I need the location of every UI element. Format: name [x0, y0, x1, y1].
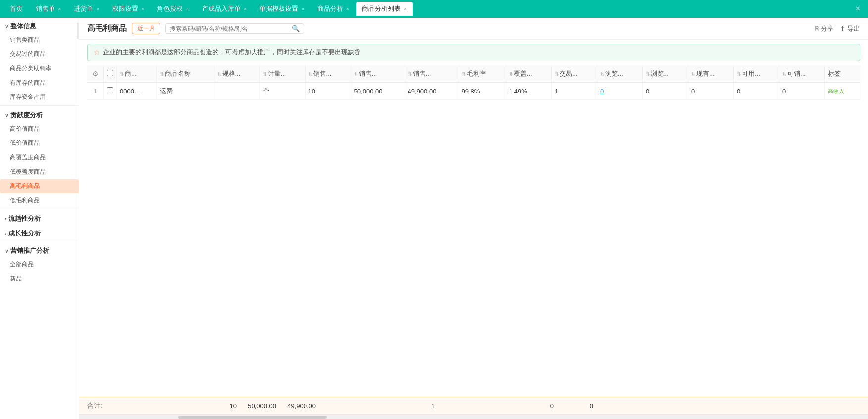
sidebar-item-low-margin[interactable]: 低毛利商品 — [0, 193, 79, 208]
footer-sales2: 50,000.00 — [240, 402, 279, 410]
sidebar-item-category-assist[interactable]: 商品分类助销率 — [0, 61, 79, 76]
close-tab-template[interactable]: × — [301, 6, 304, 12]
sidebar-item-in-stock[interactable]: 有库存的商品 — [0, 76, 79, 90]
col-sales3[interactable]: ⇅销售... — [405, 65, 459, 83]
footer-current: 0 — [517, 402, 557, 410]
footer-transaction: 1 — [398, 402, 438, 410]
footer-cells: 10 50,000.00 49,900.00 1 0 0 — [111, 402, 860, 410]
page-title: 高毛利商品 — [87, 23, 127, 34]
info-banner: ☆ 企业的主要的利润都是这部分商品创造的，可考虑加大推广，同时关注库存是不要出现… — [87, 44, 860, 61]
col-transaction[interactable]: ⇅交易... — [551, 65, 597, 83]
sidebar-group-marketing[interactable]: ∨ 营销推广分析 — [0, 242, 79, 257]
sidebar-item-high-coverage[interactable]: 高覆盖度商品 — [0, 150, 79, 165]
cell-name: 运费 — [157, 83, 214, 100]
scrollbar-thumb[interactable] — [178, 416, 327, 419]
nav-tab-warehouse[interactable]: 产成品入库单 × — [196, 2, 253, 16]
share-button[interactable]: ⎘ 分享 — [815, 24, 834, 33]
cell-sales3: 49,900.00 — [405, 83, 459, 100]
nav-tab-purchase[interactable]: 进货单 × — [68, 2, 105, 16]
col-coverage[interactable]: ⇅覆盖... — [506, 65, 551, 83]
cell-spec — [214, 83, 259, 100]
sidebar-item-low-coverage[interactable]: 低覆盖度商品 — [0, 165, 79, 179]
col-available[interactable]: ⇅可用... — [734, 65, 779, 83]
col-browse1[interactable]: ⇅浏览... — [597, 65, 642, 83]
col-browse2[interactable]: ⇅浏览... — [642, 65, 688, 83]
sidebar-item-new-goods[interactable]: 新品 — [0, 272, 79, 286]
nav-tab-analysis-list[interactable]: 商品分析列表 × — [356, 2, 412, 16]
footer-spacer3 — [358, 402, 398, 410]
cell-coverage: 1.49% — [506, 83, 551, 100]
chevron-down-icon-marketing: ∨ — [5, 248, 8, 254]
sidebar-item-all-goods[interactable]: 全部商品 — [0, 257, 79, 272]
content-header: 高毛利商品 近一月 🔍 ⎘ 分享 ⬆ 导出 — [79, 18, 868, 40]
cell-browse1[interactable]: 0 — [597, 83, 642, 100]
col-current[interactable]: ⇅现有... — [688, 65, 733, 83]
cell-browse2: 0 — [642, 83, 688, 100]
col-sales2[interactable]: ⇅销售... — [351, 65, 405, 83]
sidebar-group-trend[interactable]: › 流趋性分析 — [0, 210, 79, 225]
info-icon: ☆ — [94, 48, 100, 56]
chevron-down-icon: ∨ — [5, 24, 8, 29]
col-code[interactable]: ⇅商... — [117, 65, 157, 83]
filter-recent-month-button[interactable]: 近一月 — [132, 23, 160, 34]
row-checkbox[interactable] — [104, 83, 117, 100]
row-select-checkbox[interactable] — [107, 87, 113, 93]
cell-current: 0 — [688, 83, 733, 100]
close-tab-analysis-list[interactable]: × — [404, 6, 407, 12]
search-icon[interactable]: 🔍 — [292, 25, 300, 32]
sidebar-group-overall[interactable]: ∨ 整体信息 — [0, 18, 79, 33]
close-tab-permissions[interactable]: × — [141, 6, 144, 12]
cell-sales2: 50,000.00 — [351, 83, 405, 100]
header-actions: ⎘ 分享 ⬆ 导出 — [815, 24, 860, 33]
window-close-button[interactable]: × — [852, 4, 864, 13]
sidebar-item-traded-goods[interactable]: 交易过的商品 — [0, 47, 79, 61]
nav-tab-permissions[interactable]: 权限设置 × — [106, 2, 150, 16]
export-icon: ⬆ — [840, 25, 845, 32]
col-settings[interactable]: ⚙ — [87, 65, 104, 83]
select-all-checkbox[interactable] — [107, 70, 113, 76]
col-gross-rate[interactable]: ⇅毛利率 — [459, 65, 506, 83]
chevron-right-icon-growth: › — [5, 231, 6, 236]
sidebar-group-contribution[interactable]: ∨ 贡献度分析 — [0, 107, 79, 122]
data-table: ⚙ ⇅商... ⇅商品名称 ⇅规格... ⇅计量... ⇅销售... ⇅销售..… — [87, 65, 860, 100]
share-icon: ⎘ — [815, 25, 819, 32]
footer-spacer — [111, 402, 200, 410]
settings-icon[interactable]: ⚙ — [90, 70, 101, 78]
sidebar-item-stock-capital[interactable]: 库存资金占用 — [0, 90, 79, 104]
col-unit[interactable]: ⇅计量... — [259, 65, 305, 83]
sidebar-item-high-margin[interactable]: 高毛利商品 — [0, 179, 79, 193]
footer-spacer5 — [477, 402, 517, 410]
close-tab-analysis[interactable]: × — [346, 6, 349, 12]
footer-available: 0 — [557, 402, 596, 410]
sidebar-item-low-value[interactable]: 低价值商品 — [0, 136, 79, 150]
cell-gross-rate: 99.8% — [459, 83, 506, 100]
close-tab-warehouse[interactable]: × — [244, 6, 247, 12]
close-tab-purchase[interactable]: × — [96, 6, 99, 12]
nav-tab-analysis[interactable]: 商品分析 × — [311, 2, 355, 16]
nav-tab-template[interactable]: 单据模板设置 × — [254, 2, 310, 16]
sidebar-item-high-value[interactable]: 高价值商品 — [0, 122, 79, 136]
sidebar-item-sales-goods[interactable]: 销售类商品 — [0, 33, 79, 47]
export-button[interactable]: ⬆ 导出 — [840, 24, 860, 33]
sidebar: « ∨ 整体信息 销售类商品 交易过的商品 商品分类助销率 有库存的商品 库存资… — [0, 18, 79, 419]
close-tab-roles[interactable]: × — [186, 6, 189, 12]
sidebar-group-growth[interactable]: › 成长性分析 — [0, 225, 79, 240]
col-name[interactable]: ⇅商品名称 — [157, 65, 214, 83]
horizontal-scrollbar[interactable] — [79, 414, 868, 419]
browse1-link[interactable]: 0 — [600, 88, 604, 95]
top-nav: 首页 销售单 × 进货单 × 权限设置 × 角色授权 × 产成品入库单 × 单据… — [0, 0, 868, 18]
cell-code: 0000... — [117, 83, 157, 100]
footer-spacer4 — [438, 402, 477, 410]
sidebar-collapse-button[interactable]: « — [77, 23, 79, 39]
nav-tab-sales[interactable]: 销售单 × — [30, 2, 67, 16]
main-layout: « ∨ 整体信息 销售类商品 交易过的商品 商品分类助销率 有库存的商品 库存资… — [0, 18, 868, 419]
col-sellable[interactable]: ⇅可销... — [779, 65, 825, 83]
nav-home[interactable]: 首页 — [4, 2, 29, 16]
close-tab-sales[interactable]: × — [58, 6, 61, 12]
col-tag[interactable]: 标签 — [825, 65, 860, 83]
nav-tab-roles[interactable]: 角色授权 × — [151, 2, 195, 16]
col-sales1[interactable]: ⇅销售... — [305, 65, 351, 83]
col-spec[interactable]: ⇅规格... — [214, 65, 259, 83]
search-input[interactable] — [170, 25, 290, 32]
chevron-right-icon-trend: › — [5, 216, 6, 222]
